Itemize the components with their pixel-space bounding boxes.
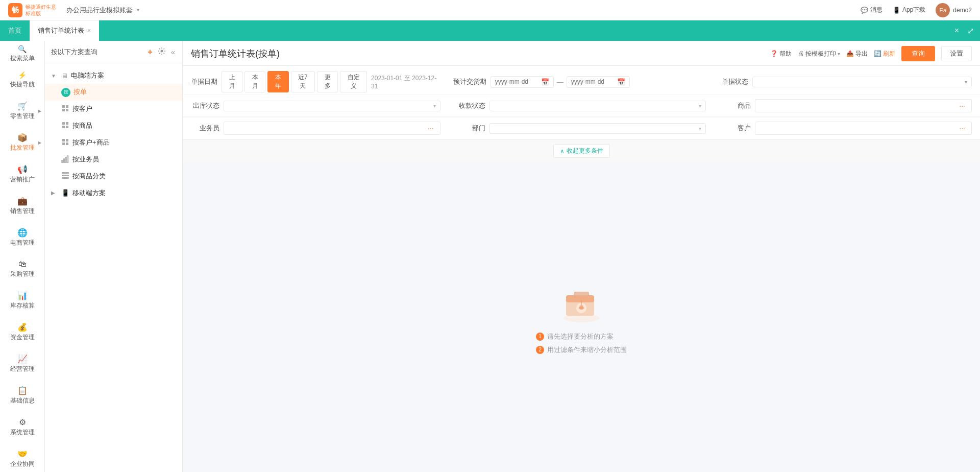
svg-rect-16 [67,156,68,162]
dept-label: 部门 [457,124,485,133]
tree-item-by-salesperson[interactable]: 按业务员 [45,151,182,168]
sidebar-item-basic[interactable]: 📋 基础信息 [0,380,44,411]
customer-item: 客户 ··· [714,117,980,139]
top-title: 办公用品行业模拟账套 [66,6,133,15]
retail-label: 零售管理 [10,112,35,121]
hint-text-2: 用过滤条件来缩小分析范围 [547,345,627,355]
refresh-btn[interactable]: 🔄 刷新 [874,50,895,58]
tree-item-by-category[interactable]: 按商品分类 [45,168,182,185]
sidebar-item-purchase[interactable]: 🛍 采购管理 [0,253,44,285]
pc-group-label: 电脑端方案 [71,71,104,80]
export-label: 导出 [855,50,868,58]
finance-icon: 💰 [17,322,28,332]
btn-this-year[interactable]: 本年 [267,71,288,92]
window-maximize-btn[interactable]: ⤢ [965,24,976,38]
tree-item-by-customer[interactable]: 按客户 [45,101,182,117]
tree-item-by-cust-prod[interactable]: 按客户+商品 [45,134,182,151]
inventory-icon: 📊 [17,291,28,300]
window-close-btn[interactable]: × [952,24,961,37]
mobile-group-label: 移动端方案 [72,188,106,198]
dept-select[interactable]: ▾ [489,123,706,134]
user-area[interactable]: Ea demo2 [936,3,972,17]
sidebar-item-cooperation[interactable]: 🤝 企业协同 [0,443,44,472]
btn-this-month[interactable]: 本月 [244,71,265,92]
payment-status-select[interactable]: ▾ [489,101,706,111]
page-title-area: 销售订单统计表(按单) [191,48,280,60]
help-icon: ❓ [770,50,778,57]
customer-label: 客户 [722,124,751,133]
system-label: 系统管理 [10,428,35,437]
btn-custom[interactable]: 自定义 [340,71,367,92]
status-select[interactable]: ▾ [752,77,972,87]
tree-group-mobile[interactable]: ▶ 📱 移动端方案 [45,185,182,201]
message-action[interactable]: 💬 消息 [861,6,883,14]
empty-illustration [556,280,607,326]
by-product-icon [61,121,69,131]
add-scheme-btn[interactable]: + [146,46,153,58]
tree-item-by-product[interactable]: 按商品 [45,117,182,134]
customer-more-btn[interactable]: ··· [957,124,967,132]
tree-toggle-pc[interactable]: ▼ [51,73,58,79]
btn-prev-month[interactable]: 上月 [222,71,242,92]
expected-date-to-input[interactable] [571,78,617,85]
filter-row-2: 业务员 ··· 部门 ▾ [183,117,980,139]
svg-rect-8 [66,126,68,128]
sidebar-item-wholesale[interactable]: 📦 批发管理 [0,127,44,158]
main-layout: 🔍 搜索菜单 ⚡ 快捷导航 🛒 零售管理 📦 批发管理 📢 营销推广 💼 销售管… [0,41,980,472]
collapse-panel-btn[interactable]: « [170,46,176,57]
top-title-dropdown[interactable]: ▾ [137,7,139,13]
hint-num-1: 1 [536,333,544,341]
wholesale-label: 批发管理 [10,144,35,152]
salesperson-more-btn[interactable]: ··· [426,124,436,132]
salesperson-select[interactable]: ··· [224,122,440,135]
sidebar-item-inventory[interactable]: 📊 库存核算 [0,285,44,316]
btn-last-7[interactable]: 近7天 [291,71,315,92]
query-btn[interactable]: 查询 [901,46,935,61]
sidebar-item-marketing[interactable]: 📢 营销推广 [0,158,44,190]
sidebar-item-sales[interactable]: 💼 销售管理 [0,190,44,222]
product-select[interactable]: ··· [755,99,972,112]
date-sep: — [557,78,564,86]
settings-scheme-btn[interactable] [157,46,167,58]
sidebar-item-retail[interactable]: 🛒 零售管理 [0,95,44,127]
tree-toggle-mobile[interactable]: ▶ [51,190,58,196]
customer-select[interactable]: ··· [755,122,972,135]
sidebar-search[interactable]: 🔍 搜索菜单 [0,41,44,67]
export-btn[interactable]: 📤 导出 [846,50,868,58]
svg-rect-6 [66,122,68,125]
sidebar-item-ecommerce[interactable]: 🌐 电商管理 [0,222,44,253]
collapse-conditions-btn[interactable]: ∧ 收起更多条件 [553,144,610,158]
tab-home[interactable]: 首页 [0,20,30,41]
delivery-status-select[interactable]: ▾ [224,101,440,111]
left-panel-actions: + « [146,46,176,58]
help-btn[interactable]: ❓ 帮助 [770,50,792,58]
tab-sales-order-stats[interactable]: 销售订单统计表 × [30,20,99,41]
date-range-display: 2023-01-01 至 2023-12-31 [371,74,441,90]
left-panel: 按以下方案查询 + « ▼ 🖥 电脑端方案 [45,41,183,472]
product-more-btn[interactable]: ··· [957,102,967,110]
calendar-icon-1[interactable]: 📅 [541,78,549,86]
sidebar-quick-nav[interactable]: ⚡ 快捷导航 [0,67,44,93]
print-btn[interactable]: 🖨 按模板打印 ▾ [798,50,840,58]
expected-date-from-input[interactable] [495,78,541,85]
logo-area: 畅 畅捷通好生意 标准版 [8,3,56,17]
basic-icon: 📋 [17,386,28,395]
expected-date-label: 预计交货期 [445,77,486,86]
btn-more[interactable]: 更多 [317,71,338,92]
tree-group-pc[interactable]: ▼ 🖥 电脑端方案 [45,67,182,84]
sales-label: 销售管理 [10,207,35,216]
status-select-arrow: ▾ [965,79,967,85]
calendar-icon-2[interactable]: 📅 [617,78,625,86]
svg-rect-23 [574,292,589,297]
tab-close-icon[interactable]: × [87,27,91,34]
sidebar-item-system[interactable]: ⚙ 系统管理 [0,411,44,443]
sidebar-item-finance[interactable]: 💰 资金管理 [0,316,44,348]
settings-btn[interactable]: 设置 [941,46,972,61]
app-download-action[interactable]: 📱 App下载 [893,6,925,14]
print-dropdown-icon[interactable]: ▾ [838,51,840,57]
page-title: 销售订单统计表(按单) [191,48,280,60]
sidebar-item-operation[interactable]: 📈 经营管理 [0,348,44,380]
tree-item-by-order[interactable]: 按 按单 [45,84,182,101]
svg-point-0 [160,50,163,53]
wholesale-icon: 📦 [17,133,28,143]
